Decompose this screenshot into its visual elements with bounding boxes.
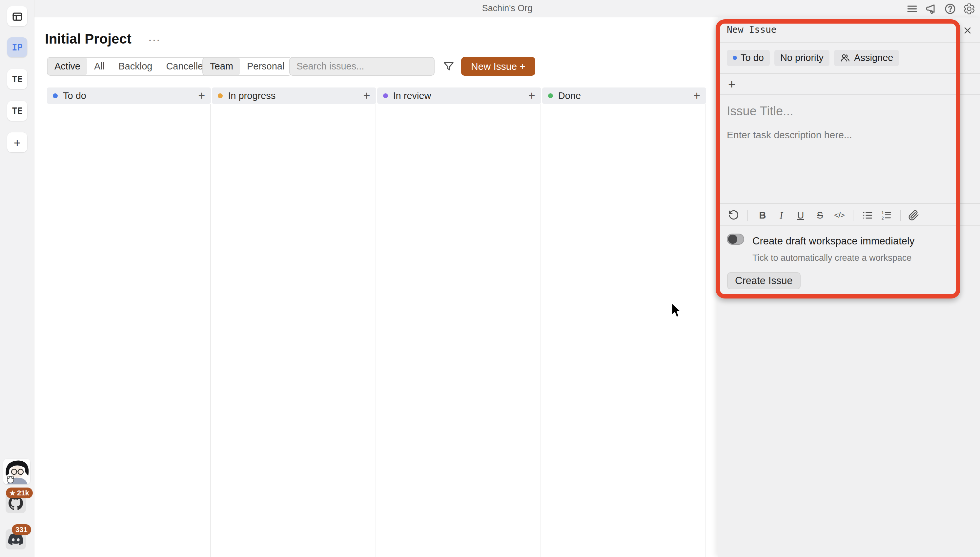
toolbar-divider bbox=[853, 210, 853, 221]
underline-button[interactable]: U bbox=[794, 209, 807, 222]
avatar-image bbox=[3, 459, 30, 484]
discord-count-badge: 331 bbox=[12, 524, 31, 535]
app-root: IP TE TE + bbox=[0, 0, 980, 557]
close-icon bbox=[962, 25, 973, 36]
column-label: To do bbox=[63, 90, 86, 101]
priority-chip[interactable]: No priority bbox=[774, 50, 830, 66]
kanban-board: To do + In progress + In review + bbox=[47, 88, 706, 557]
scope-filter-group: Team Personal bbox=[203, 57, 292, 76]
priority-chip-label: No priority bbox=[780, 52, 823, 63]
sidebar: IP TE TE + bbox=[0, 0, 34, 557]
add-issue-button[interactable]: + bbox=[693, 90, 700, 102]
new-issue-panel: New Issue To do No priority bbox=[718, 17, 980, 557]
user-avatar[interactable] bbox=[3, 459, 30, 484]
column-header: In review + bbox=[377, 88, 541, 104]
filter-team[interactable]: Team bbox=[203, 58, 240, 75]
assignee-chip-label: Assignee bbox=[854, 52, 893, 63]
top-header: Sachin's Org bbox=[34, 0, 980, 17]
svg-text:1: 1 bbox=[882, 210, 884, 215]
workspace-initials: IP bbox=[12, 42, 23, 52]
team-initials: TE bbox=[12, 106, 23, 116]
column-body bbox=[377, 104, 541, 557]
add-property-row: + bbox=[718, 74, 980, 95]
code-button[interactable]: </> bbox=[833, 209, 846, 222]
strikethrough-button[interactable]: S bbox=[813, 209, 826, 222]
add-issue-button[interactable]: + bbox=[363, 90, 370, 102]
close-panel-button[interactable] bbox=[961, 24, 974, 37]
issue-title-input[interactable] bbox=[727, 103, 953, 119]
status-chip[interactable]: To do bbox=[727, 50, 770, 66]
new-issue-button[interactable]: New Issue + bbox=[461, 57, 535, 76]
toolbar-divider bbox=[900, 210, 901, 221]
column-body bbox=[542, 104, 706, 557]
toggle-knob bbox=[728, 235, 737, 244]
editor-toolbar: B I U S </> 1 2 bbox=[718, 203, 980, 226]
draft-workspace-toggle[interactable] bbox=[727, 234, 744, 245]
filter-funnel-icon[interactable] bbox=[442, 60, 455, 73]
help-button[interactable] bbox=[944, 3, 956, 15]
gear-icon bbox=[963, 3, 975, 15]
status-dot-icon bbox=[548, 93, 553, 98]
add-property-button[interactable]: + bbox=[728, 77, 735, 91]
page-title: Initial Project bbox=[45, 31, 132, 47]
github-stars-badge: ★ 21k bbox=[6, 487, 33, 498]
column-header: In progress + bbox=[212, 88, 376, 104]
svg-text:2: 2 bbox=[882, 216, 884, 220]
discord-member-count: 331 bbox=[15, 526, 28, 534]
plus-icon: + bbox=[14, 136, 20, 149]
megaphone-icon bbox=[925, 3, 937, 15]
attachment-icon bbox=[908, 210, 919, 221]
search-input[interactable] bbox=[289, 57, 434, 76]
assignee-chip[interactable]: Assignee bbox=[834, 50, 899, 66]
column-in-review: In review + bbox=[377, 88, 541, 557]
filter-backlog[interactable]: Backlog bbox=[111, 58, 159, 75]
column-body bbox=[212, 104, 376, 557]
filter-active[interactable]: Active bbox=[47, 58, 87, 75]
column-header: Done + bbox=[542, 88, 706, 104]
column-label: In review bbox=[393, 90, 431, 101]
attachment-button[interactable] bbox=[907, 209, 920, 222]
status-dot-icon bbox=[53, 93, 58, 98]
status-dot-icon bbox=[733, 56, 737, 60]
italic-button[interactable]: I bbox=[775, 209, 788, 222]
issue-description-input[interactable] bbox=[727, 129, 953, 198]
numbered-list-icon: 1 2 bbox=[880, 210, 892, 221]
layout-icon bbox=[12, 11, 23, 22]
add-issue-button[interactable]: + bbox=[528, 90, 535, 102]
column-label: Done bbox=[558, 90, 581, 101]
sidebar-add-workspace-button[interactable]: + bbox=[7, 132, 27, 152]
sidebar-item-team-2[interactable]: TE bbox=[7, 101, 27, 121]
org-title: Sachin's Org bbox=[34, 0, 980, 17]
settings-button[interactable] bbox=[963, 3, 975, 15]
announcements-button[interactable] bbox=[925, 3, 938, 15]
project-menu-button[interactable]: ··· bbox=[149, 34, 161, 47]
issue-properties-row: To do No priority Assignee bbox=[718, 42, 980, 74]
filter-all[interactable]: All bbox=[87, 58, 111, 75]
undo-button[interactable] bbox=[727, 209, 740, 222]
sidebar-dashboard-button[interactable] bbox=[7, 6, 27, 26]
numbered-list-button[interactable]: 1 2 bbox=[880, 209, 893, 222]
menu-button[interactable] bbox=[906, 3, 918, 15]
column-in-progress: In progress + bbox=[212, 88, 376, 557]
create-issue-button[interactable]: Create Issue bbox=[727, 272, 800, 289]
panel-title: New Issue bbox=[727, 17, 777, 42]
sidebar-item-initial-project[interactable]: IP bbox=[7, 37, 27, 57]
bullet-list-icon bbox=[862, 210, 873, 221]
help-icon bbox=[944, 3, 956, 15]
draft-toggle-label: Create draft workspace immediately bbox=[752, 236, 915, 247]
github-stars-count: 21k bbox=[17, 489, 29, 497]
panel-header: New Issue bbox=[718, 17, 980, 42]
undo-icon bbox=[728, 210, 739, 221]
bold-button[interactable]: B bbox=[756, 209, 769, 222]
sidebar-item-team-1[interactable]: TE bbox=[7, 69, 27, 89]
assignee-users-icon bbox=[840, 53, 851, 63]
star-icon: ★ bbox=[10, 490, 15, 497]
bullet-list-button[interactable] bbox=[861, 209, 874, 222]
status-dot-icon bbox=[218, 93, 223, 98]
filter-personal[interactable]: Personal bbox=[240, 58, 291, 75]
column-header: To do + bbox=[47, 88, 211, 104]
team-initials: TE bbox=[12, 74, 23, 84]
add-issue-button[interactable]: + bbox=[198, 90, 205, 102]
column-label: In progress bbox=[228, 90, 276, 101]
toolbar-divider bbox=[748, 210, 748, 221]
